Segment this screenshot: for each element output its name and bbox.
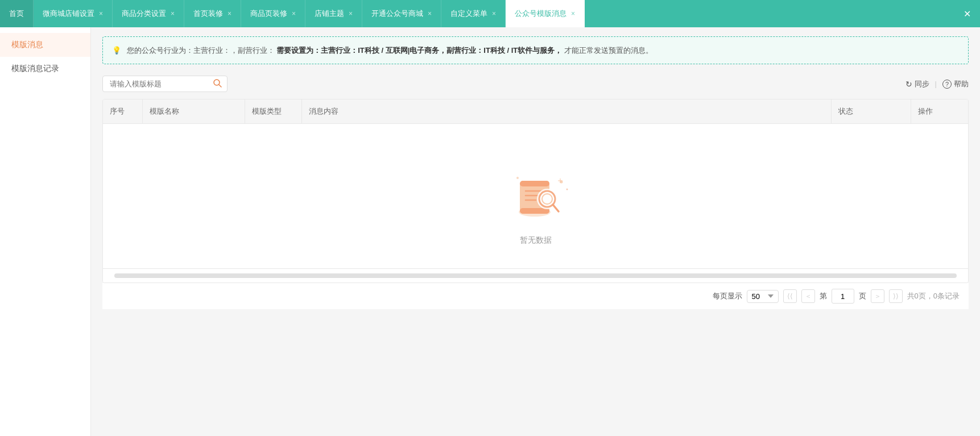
tab-home[interactable]: 首页 — [0, 0, 34, 27]
tab-template-msg-label: 公众号模版消息 — [515, 9, 567, 19]
close-all-tabs-button[interactable]: ✕ — [954, 9, 980, 19]
close-tab-custom-menu[interactable]: × — [492, 10, 496, 18]
tab-product-decor[interactable]: 商品页装修 × — [241, 0, 305, 27]
th-action: 操作 — [911, 99, 968, 123]
data-table: 序号 模版名称 模版类型 消息内容 状态 操作 — [102, 99, 969, 283]
tab-category-settings[interactable]: 商品分类设置 × — [113, 0, 184, 27]
svg-line-1 — [219, 85, 221, 87]
search-button[interactable] — [213, 79, 222, 89]
help-button[interactable]: ? 帮助 — [942, 79, 969, 89]
current-page-input[interactable] — [832, 289, 854, 304]
close-tab-product-decor[interactable]: × — [292, 10, 296, 18]
tab-shop-theme[interactable]: 店铺主题 × — [305, 0, 362, 27]
th-content: 消息内容 — [302, 99, 832, 123]
next-page-button[interactable]: ＞ — [871, 289, 884, 303]
sidebar: 模版消息 模版消息记录 — [0, 27, 91, 436]
notice-suffix: 才能正常发送预置的消息。 — [564, 46, 653, 55]
sidebar-item-template-msg-record-label: 模版消息记录 — [11, 64, 59, 73]
prev-page-icon: ＜ — [805, 292, 812, 301]
notice-box: 💡 您的公众号行业为：主营行业：，副营行业： 需要设置为：主营行业：IT科技 /… — [102, 36, 969, 64]
tab-shop-settings[interactable]: 微商城店铺设置 × — [34, 0, 113, 27]
next-page-icon: ＞ — [874, 292, 881, 301]
close-tab-home-decor[interactable]: × — [228, 10, 231, 18]
top-nav: 首页 微商城店铺设置 × 商品分类设置 × 首页装修 × 商品页装修 × 店铺主… — [0, 0, 980, 27]
content-area: 💡 您的公众号行业为：主营行业：，副营行业： 需要设置为：主营行业：IT科技 /… — [91, 27, 980, 436]
sidebar-item-template-msg[interactable]: 模版消息 — [0, 33, 90, 57]
table-header: 序号 模版名称 模版类型 消息内容 状态 操作 — [103, 99, 968, 124]
sync-icon: ↻ — [905, 80, 912, 89]
search-bar: ↻ 同步 | ? 帮助 — [102, 76, 969, 92]
tab-shop-settings-label: 微商城店铺设置 — [43, 9, 94, 19]
help-icon: ? — [942, 80, 952, 89]
first-page-button[interactable]: ⟨⟨ — [783, 289, 797, 303]
main-layout: 模版消息 模版消息记录 💡 您的公众号行业为：主营行业：，副营行业： 需要设置为… — [0, 27, 980, 436]
th-index: 序号 — [103, 99, 143, 123]
tab-custom-menu-label: 自定义菜单 — [450, 9, 487, 19]
search-input-wrap — [102, 76, 228, 92]
page-size-select[interactable]: 50 10 20 100 — [747, 290, 779, 303]
tab-open-mall-label: 开通公众号商城 — [371, 9, 423, 19]
page-size-label: 每页显示 — [713, 291, 742, 301]
notice-highlight: 需要设置为：主营行业：IT科技 / 互联网|电子商务，副营行业：IT科技 / I… — [276, 46, 562, 55]
page-label: 页 — [859, 291, 866, 301]
th-type: 模版类型 — [245, 99, 302, 123]
pagination-bar: 每页显示 50 10 20 100 ⟨⟨ ＜ 第 页 ＞ ⟩⟩ 共0页，0条记录 — [102, 283, 969, 309]
total-info: 共0页，0条记录 — [907, 291, 960, 301]
toolbar-divider: | — [935, 80, 937, 88]
tab-open-mall[interactable]: 开通公众号商城 × — [362, 0, 441, 27]
svg-point-14 — [566, 189, 568, 190]
horizontal-scrollbar[interactable] — [114, 273, 957, 278]
tab-category-settings-label: 商品分类设置 — [122, 9, 166, 19]
svg-point-15 — [516, 177, 519, 179]
notice-icon: 💡 — [112, 46, 121, 55]
empty-state: 暂无数据 — [103, 124, 968, 268]
close-tab-template-msg[interactable]: × — [571, 10, 575, 18]
tab-template-msg[interactable]: 公众号模版消息 × — [506, 0, 585, 27]
last-page-icon: ⟩⟩ — [893, 292, 899, 300]
sidebar-item-template-msg-label: 模版消息 — [11, 40, 43, 49]
last-page-button[interactable]: ⟩⟩ — [889, 289, 903, 303]
close-tab-shop-theme[interactable]: × — [349, 10, 353, 18]
close-tab-shop-settings[interactable]: × — [99, 10, 103, 18]
close-tab-category-settings[interactable]: × — [171, 10, 175, 18]
first-page-icon: ⟨⟨ — [787, 292, 793, 300]
svg-line-12 — [553, 205, 559, 211]
svg-rect-4 — [520, 181, 549, 186]
tab-shop-theme-label: 店铺主题 — [315, 9, 344, 19]
th-name: 模版名称 — [143, 99, 245, 123]
prev-page-button[interactable]: ＜ — [801, 289, 815, 303]
tab-home-decor[interactable]: 首页装修 × — [184, 0, 241, 27]
sidebar-item-template-msg-record[interactable]: 模版消息记录 — [0, 57, 90, 81]
tab-home-label: 首页 — [9, 9, 24, 19]
scrollbar-area — [103, 268, 968, 283]
sync-button[interactable]: ↻ 同步 — [905, 79, 929, 89]
page-di-label: 第 — [820, 291, 827, 301]
sync-label: 同步 — [915, 79, 929, 89]
empty-illustration — [502, 158, 570, 226]
tab-product-decor-label: 商品页装修 — [250, 9, 287, 19]
search-input[interactable] — [102, 76, 228, 92]
help-label: 帮助 — [954, 79, 969, 89]
close-tab-open-mall[interactable]: × — [428, 10, 432, 18]
toolbar-right: ↻ 同步 | ? 帮助 — [905, 79, 969, 89]
tab-custom-menu[interactable]: 自定义菜单 × — [441, 0, 506, 27]
notice-prefix: 您的公众号行业为：主营行业：，副营行业： — [127, 46, 275, 55]
tab-home-decor-label: 首页装修 — [193, 9, 223, 19]
empty-text: 暂无数据 — [520, 235, 552, 246]
th-status: 状态 — [832, 99, 911, 123]
